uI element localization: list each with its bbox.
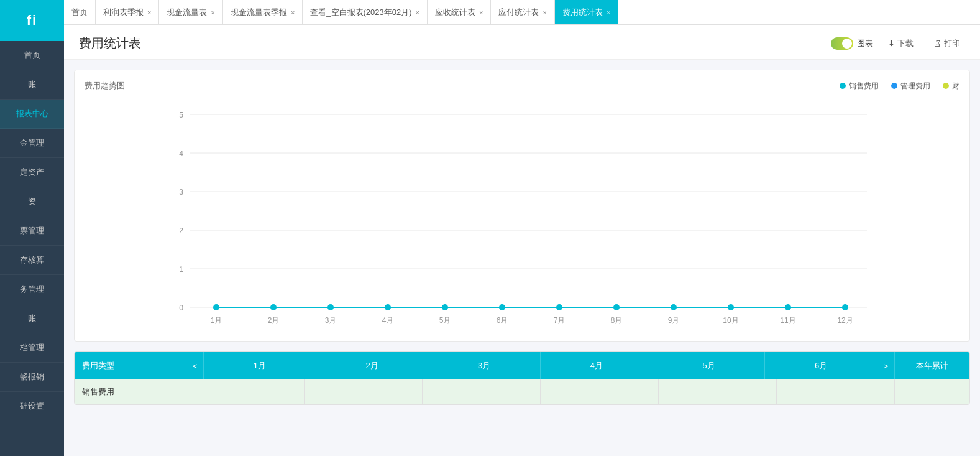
svg-text:6月: 6月 [497,316,508,325]
tab-close-profit-quarterly[interactable]: × [147,9,151,16]
sidebar-item-expense[interactable]: 畅报销 [0,363,64,392]
svg-text:1: 1 [179,265,183,274]
expense-table: 费用类型 < 1月 2月 3月 4月 5月 6月 > 本年累计 销售费用 [74,351,970,405]
td-sales-m5 [659,379,777,404]
download-button[interactable]: ⬇ 下载 [883,35,918,52]
tab-close-blank-report[interactable]: × [416,9,419,16]
svg-text:4月: 4月 [382,316,394,325]
svg-point-32 [671,304,677,310]
td-sales-m4 [541,379,659,404]
svg-point-25 [270,304,277,310]
svg-point-33 [728,304,734,310]
svg-text:3月: 3月 [325,316,337,325]
chart-title: 费用趋势图 [85,80,125,91]
sidebar-item-reports[interactable]: 报表中心 [0,100,64,129]
legend-sales: 销售费用 [840,81,879,91]
chart-legend: 销售费用 管理费用 财 [840,81,959,91]
th-month-1: 1月 [204,352,316,379]
print-icon: 🖨 [933,39,941,48]
th-next-nav[interactable]: > [877,352,895,379]
svg-text:1月: 1月 [211,316,222,325]
download-icon: ⬇ [888,39,895,48]
svg-point-34 [785,304,791,310]
svg-text:5: 5 [179,111,183,119]
toggle-text: 图表 [857,38,873,49]
th-month-5: 5月 [653,352,766,379]
sidebar-item-archive[interactable]: 档管理 [0,333,64,363]
tab-cashflow[interactable]: 现金流量表 × [159,0,222,24]
svg-text:5月: 5月 [439,316,451,325]
th-month-6: 6月 [765,352,877,379]
svg-point-24 [213,304,219,310]
svg-point-29 [499,304,505,310]
tab-expense-stats[interactable]: 费用统计表 × [555,0,618,24]
td-sales-m2 [305,379,423,404]
tab-close-receivable[interactable]: × [479,9,483,16]
svg-text:11月: 11月 [780,316,795,325]
page-header: 费用统计表 图表 ⬇ 下载 🖨 打印 [64,25,980,60]
tab-payable[interactable]: 应付统计表 × [491,0,554,24]
legend-finance: 财 [943,81,959,91]
svg-text:4: 4 [179,149,183,158]
sidebar-item-service[interactable]: 务管理 [0,275,64,304]
td-sales-m1 [186,379,305,404]
svg-text:7月: 7月 [554,316,566,325]
tab-profit-quarterly[interactable]: 利润表季报 × [96,0,159,24]
sidebar-item-ledger[interactable]: 账 [0,304,64,333]
sidebar-item-cash[interactable]: 金管理 [0,129,64,158]
sidebar-item-invoice[interactable]: 票管理 [0,216,64,246]
th-type: 费用类型 [75,352,186,379]
th-month-2: 2月 [316,352,429,379]
tab-receivable[interactable]: 应收统计表 × [428,0,491,24]
chart-section: 费用趋势图 销售费用 管理费用 财 [74,70,970,342]
svg-text:0: 0 [179,304,183,312]
content-area: 费用统计表 图表 ⬇ 下载 🖨 打印 费用趋势图 [64,25,980,456]
svg-point-30 [556,304,562,310]
th-prev-nav[interactable]: < [186,352,204,379]
td-type-sales: 销售费用 [75,379,186,404]
tab-blank-report[interactable]: 查看_空白报表(2023年02月) × [303,0,428,24]
chart-header: 费用趋势图 销售费用 管理费用 财 [85,80,959,91]
svg-text:2: 2 [179,226,183,235]
svg-point-35 [842,304,848,310]
svg-text:9月: 9月 [668,316,680,325]
tab-close-cashflow[interactable]: × [211,9,214,16]
table-row: 销售费用 [75,379,969,404]
sidebar: fi 首页 账 报表中心 金管理 定资产 资 票管理 存核算 务管理 账 档管理… [0,0,64,456]
svg-text:2月: 2月 [268,316,280,325]
chart-container: 5 4 3 2 1 0 1月 2月 3月 [85,99,959,331]
svg-text:8月: 8月 [611,316,623,325]
sidebar-logo: fi [0,0,64,41]
svg-point-27 [385,304,391,310]
tab-bar: 首页 利润表季报 × 现金流量表 × 现金流量表季报 × 查看_空白报表(202… [64,0,980,25]
tab-cashflow-quarterly[interactable]: 现金流量表季报 × [223,0,303,24]
tab-close-payable[interactable]: × [543,9,546,16]
print-button[interactable]: 🖨 打印 [928,35,965,52]
tab-close-cashflow-quarterly[interactable]: × [291,9,295,16]
sidebar-item-account[interactable]: 账 [0,70,64,100]
td-sales-m6 [777,379,895,404]
main-area: 首页 利润表季报 × 现金流量表 × 现金流量表季报 × 查看_空白报表(202… [64,0,980,456]
sidebar-item-inventory[interactable]: 存核算 [0,246,64,275]
sidebar-item-assets[interactable]: 定资产 [0,158,64,187]
td-sales-m3 [423,379,541,404]
th-total: 本年累计 [895,352,969,379]
chart-toggle-label: 图表 [831,37,873,50]
header-actions: 图表 ⬇ 下载 🖨 打印 [831,35,965,52]
legend-dot-admin [891,83,897,89]
sidebar-item-salary[interactable]: 资 [0,187,64,216]
tab-home[interactable]: 首页 [64,0,96,24]
th-month-4: 4月 [541,352,653,379]
svg-point-26 [327,304,334,310]
sidebar-item-home[interactable]: 首页 [0,41,64,70]
legend-dot-finance [943,83,949,89]
legend-dot-sales [840,83,846,89]
sidebar-item-settings[interactable]: 础设置 [0,392,64,421]
svg-text:12月: 12月 [837,316,853,325]
th-month-3: 3月 [428,352,541,379]
svg-point-28 [442,304,448,310]
svg-text:10月: 10月 [723,316,738,325]
chart-toggle[interactable] [831,37,853,50]
tab-close-expense-stats[interactable]: × [607,9,610,16]
svg-text:3: 3 [179,188,183,197]
